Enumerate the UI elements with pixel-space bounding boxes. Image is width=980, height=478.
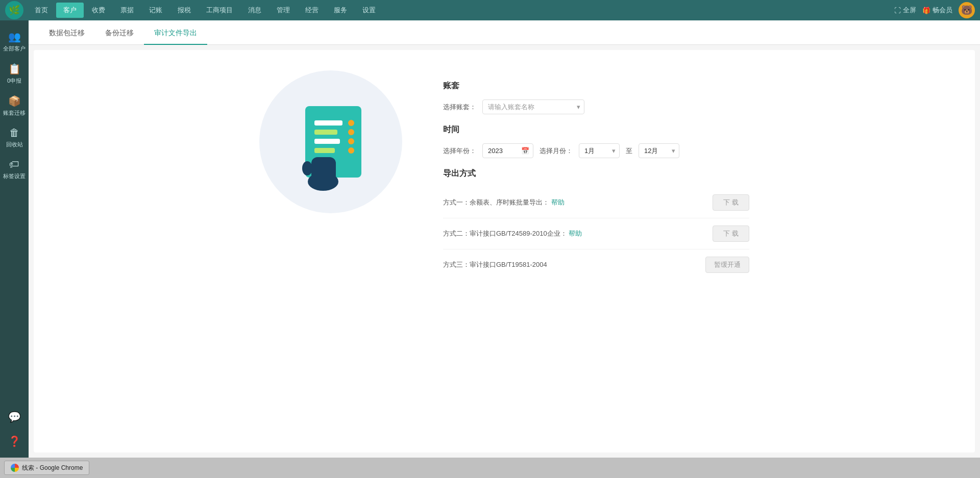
account-select-label: 选择账套：: [443, 103, 476, 112]
vip-button[interactable]: 🎁 畅会员: [922, 6, 952, 15]
nav-right: ⛶ 全屏 🎁 畅会员 🐻: [894, 2, 975, 18]
vip-label: 畅会员: [933, 6, 952, 15]
export-method-2-download-button[interactable]: 下 载: [713, 225, 749, 242]
svg-point-6: [348, 129, 354, 135]
svg-point-11: [302, 161, 312, 175]
export-method-1-desc: 方式一：余额表、序时账批量导出： 帮助: [443, 198, 713, 207]
end-month-wrapper: 1月2月3月 4月5月6月 7月8月9月 10月11月12月: [639, 143, 679, 158]
sidebar-item-declaration[interactable]: 📋 0申报: [0, 58, 29, 90]
svg-point-5: [348, 120, 354, 126]
tab-data-migration[interactable]: 数据包迁移: [39, 22, 95, 45]
year-input-wrapper: 📅: [482, 143, 533, 158]
nav-business[interactable]: 工商项目: [199, 3, 240, 18]
svg-rect-4: [314, 148, 335, 153]
time-section-title: 时间: [443, 124, 749, 135]
export-method-2-text: 方式二：审计接口GB/T24589-2010企业：: [443, 230, 567, 237]
tags-icon: 🏷: [9, 159, 19, 170]
export-method-1-download-button[interactable]: 下 载: [713, 194, 749, 211]
nav-tax[interactable]: 报税: [170, 3, 198, 18]
export-method-3-text: 方式三：审计接口GB/T19581-2004: [443, 261, 547, 268]
year-label: 选择年份：: [443, 146, 476, 156]
to-label: 至: [626, 146, 632, 156]
year-input[interactable]: [482, 143, 533, 158]
nav-manage[interactable]: 管理: [270, 3, 297, 18]
start-month-select[interactable]: 1月2月3月 4月5月6月 7月8月9月 10月11月12月: [579, 143, 620, 158]
export-method-2-desc: 方式二：审计接口GB/T24589-2010企业： 帮助: [443, 229, 713, 238]
vip-icon: 🎁: [922, 7, 930, 14]
fullscreen-button[interactable]: ⛶ 全屏: [894, 6, 916, 15]
svg-rect-10: [311, 157, 336, 185]
time-form-row: 选择年份： 📅 选择月份： 1月2月3月 4月5月6月 7月8月9月 10月11: [443, 143, 749, 158]
nav-settings[interactable]: 设置: [355, 3, 383, 18]
chrome-icon: [11, 464, 19, 472]
export-method-1: 方式一：余额表、序时账批量导出： 帮助 下 载: [443, 187, 749, 218]
nav-fee[interactable]: 收费: [85, 3, 112, 18]
nav-home[interactable]: 首页: [28, 3, 55, 18]
sidebar-item-migration[interactable]: 📦 账套迁移: [0, 90, 29, 122]
taskbar: 线索 - Google Chrome: [0, 458, 980, 478]
sidebar-label-migration: 账套迁移: [3, 109, 26, 117]
main-layout: 👥 全部客户 📋 0申报 📦 账套迁移 🗑 回收站 🏷 标签设置 💬 ❓ 数据包…: [0, 20, 980, 458]
page-content: 账套 选择账套： 请输入账套名称 时间 选择年份：: [34, 50, 975, 452]
form-area: 账套 选择账套： 请输入账套名称 时间 选择年份：: [443, 70, 749, 280]
customers-icon: 👥: [8, 31, 21, 43]
svg-point-8: [348, 147, 354, 154]
export-method-3-desc: 方式三：审计接口GB/T19581-2004: [443, 260, 705, 269]
top-nav: 🌿 首页 客户 收费 票据 记账 报税 工商项目 消息 管理 经营 服务 设置 …: [0, 0, 980, 20]
content-area: 数据包迁移 备份迁移 审计文件导出: [29, 20, 980, 458]
fullscreen-label: 全屏: [903, 6, 916, 15]
export-method-1-text: 方式一：余额表、序时账批量导出：: [443, 198, 549, 206]
sidebar-label-declaration: 0申报: [7, 77, 21, 85]
export-section-title: 导出方式: [443, 168, 749, 179]
svg-rect-3: [314, 139, 340, 144]
svg-point-7: [348, 138, 354, 144]
end-month-select[interactable]: 1月2月3月 4月5月6月 7月8月9月 10月11月12月: [639, 143, 679, 158]
help-icon[interactable]: ❓: [6, 430, 23, 452]
nav-items: 首页 客户 收费 票据 记账 报税 工商项目 消息 管理 经营 服务 设置: [28, 3, 894, 18]
svg-rect-2: [314, 130, 337, 135]
start-month-wrapper: 1月2月3月 4月5月6月 7月8月9月 10月11月12月: [579, 143, 620, 158]
trash-icon: 🗑: [9, 127, 19, 139]
account-select-wrapper: 请输入账套名称: [482, 99, 584, 114]
sidebar-item-tags[interactable]: 🏷 标签设置: [0, 154, 29, 185]
tab-audit-export[interactable]: 审计文件导出: [144, 22, 207, 45]
taskbar-chrome[interactable]: 线索 - Google Chrome: [4, 461, 89, 475]
user-avatar[interactable]: 🐻: [959, 2, 975, 18]
sidebar-bottom: 💬 ❓: [6, 406, 23, 458]
export-method-2-help[interactable]: 帮助: [569, 230, 582, 237]
account-form-row: 选择账套： 请输入账套名称: [443, 99, 749, 114]
sidebar-label-customers: 全部客户: [3, 45, 26, 53]
tab-backup-migration[interactable]: 备份迁移: [95, 22, 144, 45]
export-method-3: 方式三：审计接口GB/T19581-2004 暂缓开通: [443, 249, 749, 280]
nav-customer[interactable]: 客户: [56, 3, 84, 18]
migration-icon: 📦: [8, 95, 21, 107]
svg-rect-1: [314, 120, 342, 125]
sidebar-item-trash[interactable]: 🗑 回收站: [0, 122, 29, 154]
nav-message[interactable]: 消息: [241, 3, 268, 18]
app-logo: 🌿: [5, 1, 23, 19]
sidebar-label-trash: 回收站: [6, 141, 23, 148]
month-label: 选择月份：: [540, 146, 573, 156]
illustration: [259, 70, 402, 213]
declaration-icon: 📋: [8, 63, 21, 75]
nav-bookkeeping[interactable]: 记账: [142, 3, 169, 18]
export-method-1-help[interactable]: 帮助: [551, 198, 565, 206]
export-section: 导出方式 方式一：余额表、序时账批量导出： 帮助 下 载 方式二：审计接口GB/…: [443, 168, 749, 280]
sidebar-item-all-customers[interactable]: 👥 全部客户: [0, 26, 29, 58]
account-section: 账套 选择账套： 请输入账套名称: [443, 81, 749, 114]
taskbar-chrome-label: 线索 - Google Chrome: [22, 464, 83, 472]
illustration-svg: [285, 91, 377, 193]
nav-operation[interactable]: 经营: [298, 3, 326, 18]
account-section-title: 账套: [443, 81, 749, 91]
account-select[interactable]: 请输入账套名称: [482, 99, 584, 114]
sidebar-label-tags: 标签设置: [3, 172, 26, 180]
tab-bar: 数据包迁移 备份迁移 审计文件导出: [29, 20, 980, 45]
export-method-2: 方式二：审计接口GB/T24589-2010企业： 帮助 下 载: [443, 218, 749, 249]
chat-icon[interactable]: 💬: [6, 406, 23, 428]
nav-service[interactable]: 服务: [327, 3, 354, 18]
sidebar: 👥 全部客户 📋 0申报 📦 账套迁移 🗑 回收站 🏷 标签设置 💬 ❓: [0, 20, 29, 458]
nav-invoice[interactable]: 票据: [113, 3, 141, 18]
export-method-3-coming-soon-button[interactable]: 暂缓开通: [705, 257, 749, 273]
time-section: 时间 选择年份： 📅 选择月份： 1月2月3月 4月5月6月 7月: [443, 124, 749, 158]
fullscreen-icon: ⛶: [894, 7, 901, 14]
